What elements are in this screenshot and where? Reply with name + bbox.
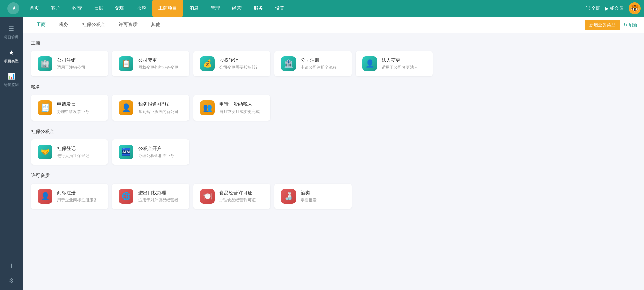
- card-title: 食品经营许可证: [219, 190, 256, 196]
- card-title: 股权转让: [219, 57, 260, 63]
- section-title-税务: 税务: [31, 84, 636, 90]
- card-申请一般纳税人[interactable]: 👥 申请一般纳税人 当月或次月成变更完成: [193, 95, 270, 121]
- card-icon-进出口权办理: 🌐: [119, 189, 133, 204]
- sidebar-item-进度监测[interactable]: 📊进度监测: [0, 68, 23, 91]
- card-title: 公司注销: [57, 57, 85, 63]
- card-icon-食品经营许可证: 🍽️: [200, 189, 215, 204]
- card-title: 公司注册: [301, 57, 337, 63]
- sidebar-item-项目类型[interactable]: ★项目类型: [0, 44, 23, 68]
- main-container: ☰项目管理★项目类型📊进度监测 ⬇ ⚙ 工商税务社保公积金许可资质其他 新增业务…: [0, 17, 644, 290]
- nav-item-消息[interactable]: 消息: [183, 0, 205, 17]
- nav-item-票据[interactable]: 票据: [88, 0, 109, 17]
- card-desc: 进行人员社保登记: [57, 153, 89, 159]
- logo-icon: ✦: [7, 2, 19, 14]
- card-desc: 拿到营业执照的新公司: [138, 109, 178, 115]
- tab-许可资质[interactable]: 许可资质: [112, 17, 144, 33]
- card-text-公司注册: 公司注册 申请公司注册全流程: [301, 57, 337, 70]
- card-desc: 适用于公司变更法人: [382, 65, 418, 70]
- card-title: 申请一般纳税人: [219, 101, 260, 107]
- tab-bar: 工商税务社保公积金许可资质其他 新增业务类型 ↻ 刷新: [23, 17, 644, 33]
- card-税务报道+记账[interactable]: 👤 税务报道+记账 拿到营业执照的新公司: [112, 95, 189, 121]
- card-title: 法人变更: [382, 57, 418, 63]
- card-text-商标注册: 商标注册 用于企业商标注册服务: [57, 190, 97, 203]
- fullscreen-label: 全屏: [591, 5, 600, 11]
- cards-grid-许可资质: 👤 商标注册 用于企业商标注册服务 🌐 进出口权办理 适用于对外贸易经营者 🍽️…: [31, 184, 636, 209]
- nav-item-首页[interactable]: 首页: [23, 0, 45, 17]
- nav-item-客户[interactable]: 客户: [45, 0, 66, 17]
- card-desc: 适用于对外贸易经营者: [138, 197, 178, 203]
- card-title: 公积金开户: [138, 146, 174, 152]
- card-text-公司注销: 公司注销 适用于注销公司: [57, 57, 85, 70]
- nav-item-设置[interactable]: 设置: [269, 0, 290, 17]
- card-title: 公司变更: [138, 57, 178, 63]
- card-text-税务报道+记账: 税务报道+记账 拿到营业执照的新公司: [138, 101, 178, 115]
- card-公司变更[interactable]: 📋 公司变更 股权变更外的业务变更: [112, 51, 189, 76]
- card-icon-酒类: 🍶: [281, 189, 296, 204]
- card-公司注销[interactable]: 🏢 公司注销 适用于注销公司: [31, 51, 108, 76]
- nav-right: ⛶ 全屏 ▶ 畅会员 🐯: [586, 2, 641, 14]
- tab-社保公积金[interactable]: 社保公积金: [75, 17, 112, 33]
- tab-税务[interactable]: 税务: [52, 17, 75, 33]
- card-title: 社保登记: [57, 146, 89, 152]
- card-公司注册[interactable]: 🏦 公司注册 申请公司注册全流程: [274, 51, 352, 76]
- card-icon-社保登记: 🤝: [38, 145, 52, 159]
- vip-label: 畅会员: [610, 5, 623, 11]
- settings-icon[interactable]: ⚙: [5, 275, 17, 287]
- card-法人变更[interactable]: 👤 法人变更 适用于公司变更法人: [356, 51, 433, 76]
- sidebar-label: 项目管理: [4, 35, 19, 40]
- card-title: 进出口权办理: [138, 190, 178, 196]
- main-content: 工商 🏢 公司注销 适用于注销公司 📋 公司变更 股权变更外的业务变更 💰 股权…: [23, 33, 644, 290]
- tab-其他[interactable]: 其他: [144, 17, 167, 33]
- vip-button[interactable]: ▶ 畅会员: [605, 5, 623, 11]
- card-text-公积金开户: 公积金开户 办理公积金相关业务: [138, 146, 174, 159]
- section-title-许可资质: 许可资质: [31, 173, 636, 179]
- nav-item-报税[interactable]: 报税: [131, 0, 152, 17]
- card-公积金开户[interactable]: 🏧 公积金开户 办理公积金相关业务: [112, 139, 189, 165]
- card-desc: 申请公司注册全流程: [301, 65, 337, 70]
- card-酒类[interactable]: 🍶 酒类 零售批发: [274, 184, 352, 209]
- card-食品经营许可证[interactable]: 🍽️ 食品经营许可证 办理食品经营许可证: [193, 184, 270, 209]
- card-title: 酒类: [301, 190, 317, 196]
- nav-item-管理[interactable]: 管理: [205, 0, 226, 17]
- card-icon-申请发票: 🧾: [38, 100, 52, 115]
- card-title: 税务报道+记账: [138, 101, 178, 107]
- card-icon-公司注销: 🏢: [38, 56, 52, 71]
- card-icon-税务报道+记账: 👤: [119, 100, 133, 115]
- nav-item-收费[interactable]: 收费: [66, 0, 88, 17]
- sidebar-icon: 📊: [7, 72, 16, 81]
- card-desc: 当月或次月成变更完成: [219, 109, 260, 115]
- card-text-申请一般纳税人: 申请一般纳税人 当月或次月成变更完成: [219, 101, 260, 115]
- card-申请发票[interactable]: 🧾 申请发票 办理申请发票业务: [31, 95, 108, 121]
- sidebar-item-项目管理[interactable]: ☰项目管理: [0, 20, 23, 44]
- sidebar: ☰项目管理★项目类型📊进度监测 ⬇ ⚙: [0, 17, 23, 290]
- card-商标注册[interactable]: 👤 商标注册 用于企业商标注册服务: [31, 184, 108, 209]
- card-text-社保登记: 社保登记 进行人员社保登记: [57, 146, 89, 159]
- card-icon-公司变更: 📋: [119, 56, 133, 71]
- nav-item-工商项目[interactable]: 工商项目: [152, 0, 183, 17]
- card-text-股权转让: 股权转让 公司变更需要股权转让: [219, 57, 260, 70]
- tab-工商[interactable]: 工商: [30, 17, 52, 33]
- card-text-法人变更: 法人变更 适用于公司变更法人: [382, 57, 418, 70]
- fullscreen-icon: ⛶: [586, 6, 590, 11]
- download-icon[interactable]: ⬇: [5, 260, 17, 272]
- mascot-icon: 🐯: [629, 2, 641, 14]
- card-icon-公司注册: 🏦: [281, 56, 296, 71]
- refresh-button[interactable]: ↻ 刷新: [624, 22, 637, 28]
- sidebar-label: 项目类型: [4, 59, 19, 64]
- card-text-进出口权办理: 进出口权办理 适用于对外贸易经营者: [138, 190, 178, 203]
- top-navigation: ✦ 首页客户收费票据记账报税工商项目消息管理经营服务设置 ⛶ 全屏 ▶ 畅会员 …: [0, 0, 644, 17]
- card-社保登记[interactable]: 🤝 社保登记 进行人员社保登记: [31, 139, 108, 165]
- add-business-type-button[interactable]: 新增业务类型: [585, 20, 620, 30]
- card-股权转让[interactable]: 💰 股权转让 公司变更需要股权转让: [193, 51, 270, 76]
- card-icon-公积金开户: 🏧: [119, 145, 133, 159]
- card-text-酒类: 酒类 零售批发: [301, 190, 317, 203]
- card-进出口权办理[interactable]: 🌐 进出口权办理 适用于对外贸易经营者: [112, 184, 189, 209]
- card-desc: 用于企业商标注册服务: [57, 197, 97, 203]
- nav-item-经营[interactable]: 经营: [226, 0, 248, 17]
- card-desc: 办理申请发票业务: [57, 109, 89, 115]
- nav-item-服务[interactable]: 服务: [248, 0, 269, 17]
- card-text-公司变更: 公司变更 股权变更外的业务变更: [138, 57, 178, 70]
- vip-icon: ▶: [605, 6, 609, 11]
- fullscreen-button[interactable]: ⛶ 全屏: [586, 5, 600, 11]
- nav-item-记账[interactable]: 记账: [109, 0, 131, 17]
